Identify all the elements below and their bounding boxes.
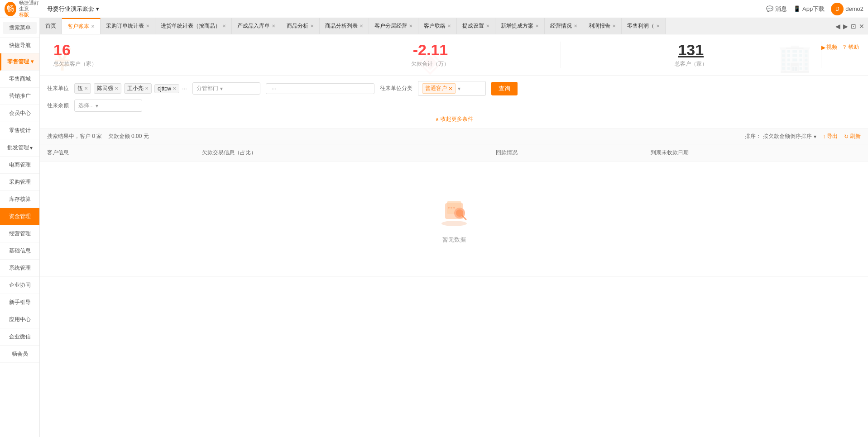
message-btn[interactable]: 💬 消息 <box>766 5 787 13</box>
empty-text: 暂无数据 <box>442 236 466 244</box>
tag-chen: 陈民强 ✕ <box>94 83 121 94</box>
sidebar-item-vip-member[interactable]: 畅会员 <box>0 346 39 363</box>
search-menu-btn[interactable]: 搜索菜单 <box>3 22 37 34</box>
dept-select[interactable]: 分管部门 ▾ <box>192 82 260 95</box>
unit-type-close[interactable]: ✕ <box>448 86 453 92</box>
tab-profit-report[interactable]: 利润报告 ✕ <box>583 18 622 34</box>
stat-bg-diamond: ◈ <box>418 42 442 79</box>
sidebar-item-membership[interactable]: 会员中心 <box>0 105 39 122</box>
tab-accounts[interactable]: 客户账本 ✕ <box>62 18 101 34</box>
sidebar-item-inventory[interactable]: 库存核算 <box>0 191 39 208</box>
sidebar-item-enterprise-coop[interactable]: 企业协同 <box>0 277 39 294</box>
tab-next-btn[interactable]: ▶ <box>843 23 848 30</box>
tab-close-purchase-stats[interactable]: ✕ <box>222 24 226 28</box>
result-text: 搜索结果中，客户 0 家 欠款金额 0.00 元 <box>47 133 149 140</box>
sidebar-item-system[interactable]: 系统管理 <box>0 260 39 277</box>
data-table: 客户信息 欠款交易信息（占比） 回款情况 到期未收款日期 <box>40 144 868 277</box>
tab-close-new-promo[interactable]: ✕ <box>535 24 539 28</box>
sidebar-item-new-guide[interactable]: 新手引导 <box>0 294 39 311</box>
sidebar-item-retail-stats[interactable]: 零售统计 <box>0 122 39 139</box>
svg-point-0 <box>441 221 467 226</box>
tab-retail-profit[interactable]: 零售利润（ ✕ <box>622 18 666 34</box>
balance-select[interactable]: 选择... ▾ <box>74 100 142 112</box>
tab-customer-tier[interactable]: 客户分层经营 ✕ <box>369 18 418 34</box>
tab-close-all-btn[interactable]: ✕ <box>859 23 864 30</box>
logo-text: 畅捷通好生意 标版 <box>19 0 43 18</box>
sidebar-item-ecommerce[interactable]: 电商管理 <box>0 157 39 174</box>
sidebar: 搜索菜单 快捷导航 零售管理 ▾ 零售商城 营销推广 会员中心 零售统计 批发管… <box>0 18 40 437</box>
query-btn[interactable]: 查询 <box>491 82 518 95</box>
sidebar-item-purchase[interactable]: 采购管理 <box>0 174 39 191</box>
tab-close-goods-list[interactable]: ✕ <box>360 24 363 28</box>
tab-expand-btn[interactable]: ⊡ <box>851 23 856 30</box>
tab-operations[interactable]: 经营情况 ✕ <box>545 18 583 34</box>
tag-cjttcw: cjttcw ✕ <box>154 84 179 93</box>
quick-nav-btn[interactable]: 快捷导航 <box>0 38 39 53</box>
tag-chen-close[interactable]: ✕ <box>115 86 118 91</box>
export-btn[interactable]: ↑ 导出 <box>823 133 838 140</box>
tag-wang-close[interactable]: ✕ <box>145 86 149 91</box>
app-download-btn[interactable]: 📱 App下载 <box>793 5 825 13</box>
tag-more-btn[interactable]: ··· <box>182 85 187 92</box>
tab-customer-contact[interactable]: 客户联络 ✕ <box>418 18 457 34</box>
unit-type-tag: 普通客户 ✕ <box>422 83 456 94</box>
video-help-btn[interactable]: ▶ 视频 <box>821 43 837 51</box>
stat-card-total-customers: 🏢 131 总客户（家） <box>561 42 821 68</box>
tab-prev-btn[interactable]: ◀ <box>835 23 840 30</box>
tab-close-operations[interactable]: ✕ <box>574 24 577 28</box>
person-select[interactable]: ··· <box>266 83 374 94</box>
tab-close-customer-tier[interactable]: ✕ <box>409 24 412 28</box>
tab-production[interactable]: 产成品入库单 ✕ <box>232 18 281 34</box>
sidebar-item-operations[interactable]: 经营管理 <box>0 225 39 242</box>
sort-arrow: ▾ <box>814 133 816 140</box>
sidebar-item-enterprise-wechat[interactable]: 企业微信 <box>0 328 39 346</box>
filter-row-2: 往来余额 选择... ▾ <box>47 100 861 112</box>
sidebar-item-retail-mall[interactable]: 零售商城 <box>0 71 39 88</box>
unit-filter-label: 往来单位 <box>47 85 69 92</box>
tab-goods-analysis[interactable]: 商品分析 ✕ <box>281 18 320 34</box>
account-selector[interactable]: 母婴行业演示账套 ▾ <box>47 5 99 13</box>
tab-close-production[interactable]: ✕ <box>272 24 275 28</box>
chevron-down-icon: ▾ <box>96 5 99 12</box>
tab-close-promo-settings[interactable]: ✕ <box>486 24 489 28</box>
page-content: ¥ 16 总欠款客户（家） ◈ -2.11 欠款合计（万） 🏢 131 总客户（… <box>40 34 868 437</box>
tab-close-profit-report[interactable]: ✕ <box>612 24 616 28</box>
refresh-btn[interactable]: ↻ 刷新 <box>844 133 861 140</box>
help-btn[interactable]: ？ 帮助 <box>842 43 859 51</box>
tab-purchase-orders[interactable]: 采购订单统计表 ✕ <box>101 18 155 34</box>
stat-bg-yuan: ¥ <box>53 42 71 78</box>
unit-type-label: 往来单位分类 <box>380 85 412 92</box>
tag-cjttcw-close[interactable]: ✕ <box>173 86 176 91</box>
tab-close-accounts[interactable]: ✕ <box>91 24 95 29</box>
refresh-icon: ↻ <box>844 133 849 140</box>
sidebar-item-basic-info[interactable]: 基础信息 <box>0 242 39 260</box>
unit-tags: 伍 ✕ 陈民强 ✕ 王小亮 ✕ cjttcw ✕ <box>74 83 187 94</box>
tab-promo-settings[interactable]: 提成设置 ✕ <box>457 18 495 34</box>
tag-wu-close[interactable]: ✕ <box>84 86 88 91</box>
tab-home[interactable]: 首页 <box>40 18 62 34</box>
unit-type-select[interactable]: 普通客户 ✕ ▾ <box>418 81 486 96</box>
question-icon: ？ <box>842 43 847 51</box>
table-body: 暂无数据 <box>40 162 868 277</box>
person-dots[interactable]: ··· <box>272 86 276 92</box>
table-header: 客户信息 欠款交易信息（占比） 回款情况 到期未收款日期 <box>40 144 868 162</box>
header-right: 💬 消息 📱 App下载 D demo2 <box>766 3 863 15</box>
col-repayment: 回款情况 <box>489 144 643 162</box>
stat-card-customers: ¥ 16 总欠款客户（家） <box>49 42 300 68</box>
collapse-btn[interactable]: ∧ 收起更多条件 <box>47 115 861 123</box>
user-account[interactable]: D demo2 <box>831 3 863 15</box>
tab-new-promo[interactable]: 新增提成方案 ✕ <box>495 18 545 34</box>
sort-select[interactable]: 排序： 按欠款金额倒序排序 ▾ <box>745 133 816 140</box>
sidebar-item-finance[interactable]: 资金管理 <box>0 208 39 225</box>
tab-close-goods-analysis[interactable]: ✕ <box>310 24 314 28</box>
tab-close-purchase-orders[interactable]: ✕ <box>146 24 149 28</box>
tab-goods-list[interactable]: 商品分析列表 ✕ <box>320 18 369 34</box>
sidebar-item-app-center[interactable]: 应用中心 <box>0 311 39 328</box>
tab-close-retail-profit[interactable]: ✕ <box>656 24 660 28</box>
tab-close-customer-contact[interactable]: ✕ <box>447 24 451 28</box>
balance-arrow: ▾ <box>96 103 98 109</box>
tab-purchase-stats[interactable]: 进货单统计表（按商品） ✕ <box>155 18 232 34</box>
sidebar-item-wholesale[interactable]: 批发管理 ▾ <box>0 139 39 157</box>
sidebar-item-retail[interactable]: 零售管理 ▾ <box>0 53 39 71</box>
sidebar-item-marketing[interactable]: 营销推广 <box>0 88 39 105</box>
